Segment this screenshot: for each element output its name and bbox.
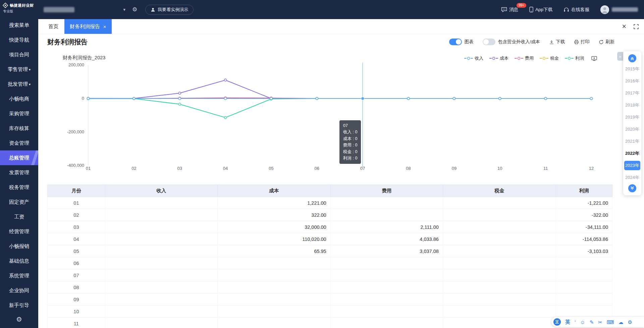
sidebar-item[interactable]: 经营管理	[0, 224, 38, 239]
sidebar-item[interactable]: 快捷导航	[0, 32, 38, 47]
sidebar-item[interactable]: 资金管理	[0, 136, 38, 150]
sidebar-item[interactable]: 固定资产	[0, 195, 38, 209]
sidebar-item[interactable]: 新手引导	[0, 298, 38, 313]
online-service-button[interactable]: 在线客服	[564, 7, 589, 13]
legend-item[interactable]: 成本	[489, 55, 508, 61]
value-cell	[217, 281, 330, 293]
chart-toggle[interactable]	[449, 39, 462, 45]
svg-text:01: 01	[86, 166, 91, 171]
sidebar-item[interactable]: 采购管理	[0, 106, 38, 121]
tab-home[interactable]: 首页	[42, 19, 64, 34]
settings-gear-icon[interactable]: ⚙	[0, 313, 38, 328]
table-row: 10	[48, 306, 612, 318]
save-image-icon[interactable]	[591, 56, 597, 61]
year-list: 2015年2016年2017年2018年2019年2020年2021年2022年…	[623, 63, 641, 184]
brand-logo: 畅捷通好业财 专业版	[0, 0, 38, 18]
quote-icon[interactable]: ’	[575, 320, 576, 325]
value-cell	[217, 257, 330, 269]
fullscreen-icon[interactable]	[634, 24, 639, 29]
year-item[interactable]: 2019年	[623, 111, 641, 123]
scroll-down-button[interactable]	[628, 184, 636, 192]
sidebar-item[interactable]: 零售管理▾	[0, 62, 38, 77]
download-button[interactable]: 下载	[549, 39, 565, 45]
sidebar-item[interactable]: 税务管理	[0, 180, 38, 195]
year-item[interactable]: 2015年	[623, 63, 641, 75]
refresh-button[interactable]: 刷新	[599, 39, 614, 45]
value-cell	[556, 293, 612, 306]
year-item[interactable]: 2024年	[623, 172, 641, 184]
sidebar-item-label: 工资	[14, 214, 24, 220]
value-cell	[330, 209, 443, 221]
keyboard-icon[interactable]: ⌨	[607, 320, 614, 325]
legend-item[interactable]: 税金	[540, 55, 559, 61]
demo-button[interactable]: 我要看实例演示	[145, 5, 194, 15]
year-item[interactable]: 2018年	[623, 99, 641, 111]
sidebar-item[interactable]: 系统管理	[0, 268, 38, 283]
emoji-icon[interactable]: ☺	[580, 320, 585, 325]
profit-chart-svg[interactable]: 200,0000-200,000-400,0000102030405060708…	[38, 50, 644, 178]
value-cell	[330, 269, 443, 281]
sidebar-item-label: 税务管理	[9, 184, 29, 191]
content: 财务利润报告 图表 包含营业外收入/成本 下载	[38, 34, 644, 328]
sidebar-item[interactable]: 项目合同	[0, 47, 38, 62]
gear-icon[interactable]: ⚙	[628, 320, 632, 325]
sidebar-item-label: 快捷导航	[9, 37, 29, 43]
value-cell: -1,221.00	[556, 197, 612, 209]
year-item[interactable]: 2023年	[624, 161, 640, 170]
org-select[interactable]: ▾	[44, 7, 125, 12]
year-item[interactable]: 2017年	[623, 87, 641, 99]
value-cell	[443, 269, 556, 281]
demo-button-label: 我要看实例演示	[158, 7, 188, 13]
sidebar-item[interactable]: 发票管理	[0, 165, 38, 180]
brand-icon	[2, 2, 8, 8]
legend-label: 利润	[575, 55, 584, 61]
sidebar-item[interactable]: 基础信息	[0, 254, 38, 268]
print-button[interactable]: 打印	[574, 39, 590, 45]
cloud-icon[interactable]: ☁	[618, 320, 623, 325]
user-account[interactable]	[600, 5, 638, 14]
value-cell: 32,000.00	[217, 221, 330, 233]
close-tab-icon[interactable]: ×	[103, 24, 106, 29]
year-item[interactable]: 2022年	[623, 147, 641, 159]
gear-icon[interactable]: ⚙	[132, 6, 137, 13]
messages-button[interactable]: 消息 99+	[501, 7, 518, 13]
value-cell	[105, 257, 217, 269]
scroll-up-button[interactable]	[628, 54, 636, 62]
sidebar-item[interactable]: 工资	[0, 209, 38, 224]
sidebar-item[interactable]: 企业协同	[0, 283, 38, 298]
legend-item[interactable]: 费用	[515, 55, 534, 61]
year-item[interactable]: 2020年	[623, 123, 641, 135]
sidebar-item-label: 基础信息	[9, 258, 29, 264]
profit-chart[interactable]: 200,0000-200,000-400,0000102030405060708…	[38, 50, 644, 178]
sidebar-item-label: 搜索菜单	[9, 22, 29, 28]
sidebar-item[interactable]: 小畅电商	[0, 91, 38, 106]
tab-profit-report[interactable]: 财务利润报告 ×	[64, 19, 112, 34]
sidebar-item[interactable]: 批发管理▾	[0, 77, 38, 91]
include-nonoperating-toggle[interactable]	[483, 39, 495, 45]
ime-logo[interactable]: 王	[553, 318, 561, 326]
ime-language[interactable]: 英	[565, 319, 570, 325]
value-cell	[443, 221, 556, 233]
chevron-down-icon: ▾	[29, 68, 31, 71]
year-item[interactable]: 2021年	[623, 135, 641, 147]
year-item[interactable]: 2016年	[623, 75, 641, 87]
app-download-button[interactable]: App下载	[529, 7, 552, 13]
sidebar-item[interactable]: 总账管理	[0, 150, 38, 165]
legend-item[interactable]: 利润	[565, 55, 584, 61]
value-cell	[443, 245, 556, 257]
include-toggle-label: 包含营业外收入/成本	[498, 39, 540, 45]
close-all-icon[interactable]: ×	[622, 23, 626, 30]
sidebar-item[interactable]: 库存核算	[0, 121, 38, 136]
value-cell	[556, 269, 612, 281]
value-cell	[217, 306, 330, 318]
column-header: 费用	[330, 185, 443, 197]
collapse-year-panel-handle[interactable]: »	[617, 52, 623, 61]
sidebar-item[interactable]: 小畅报销	[0, 239, 38, 254]
pen-icon[interactable]: ✎	[590, 320, 594, 325]
sidebar-item-label: 固定资产	[9, 199, 29, 205]
sidebar-item[interactable]: 搜索菜单	[0, 18, 38, 32]
value-cell	[105, 318, 217, 328]
legend-item[interactable]: 收入	[464, 55, 483, 61]
table-row: 09	[48, 293, 612, 306]
scissors-icon[interactable]: ✂	[598, 320, 602, 325]
